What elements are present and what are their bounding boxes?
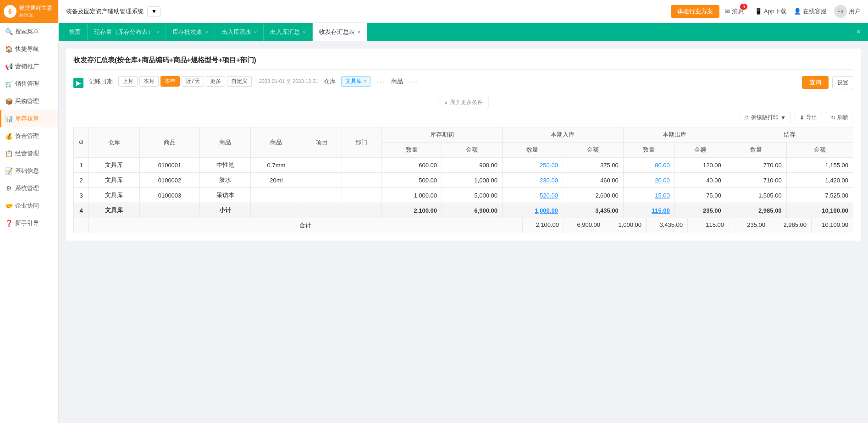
row-bal-amt: 1,420.00 bbox=[786, 173, 853, 188]
warehouse-more-dots[interactable]: ··· bbox=[376, 77, 386, 86]
row-spec: 0.7mm bbox=[251, 158, 302, 173]
app-download-action[interactable]: 📱 App下载 bbox=[755, 7, 786, 16]
purchase-icon: 📦 bbox=[5, 98, 12, 105]
col-code-header: 商品 bbox=[139, 127, 200, 158]
row-in-amt: 460.00 bbox=[563, 173, 623, 188]
row-in-amt: 375.00 bbox=[563, 158, 623, 173]
subtotal-name: 小计 bbox=[200, 203, 251, 218]
trial-button[interactable]: 体验行业方案 bbox=[671, 5, 719, 18]
tab-stock-dist[interactable]: 现存量（库存分布表） × bbox=[88, 23, 166, 41]
col-out-header: 本期出库 bbox=[623, 127, 726, 143]
warehouse-tag-close-button[interactable]: × bbox=[364, 79, 366, 84]
subtotal-row: 4 文具库 小计 2,100.00 6,900.00 1,000.00 3,43… bbox=[74, 203, 853, 218]
row-code: 0100003 bbox=[139, 188, 200, 203]
filter-row-date: 记账日期 上月 本月 本年 近7天 更多 自定义 2023-01-01 至 20… bbox=[89, 76, 796, 87]
sidebar-item-operation[interactable]: 📋 经营管理 bbox=[0, 145, 58, 162]
tab-close-batch[interactable]: × bbox=[205, 29, 208, 35]
user-action[interactable]: Ea 用户 bbox=[834, 5, 861, 18]
row-out-qty[interactable]: 80.00 bbox=[623, 158, 674, 173]
col-init-header: 库存期初 bbox=[381, 127, 503, 143]
tab-bar-close-button[interactable]: × bbox=[853, 28, 864, 36]
goods-more-dots[interactable]: ··· bbox=[409, 77, 418, 86]
refresh-icon: ↻ bbox=[831, 115, 835, 121]
shortcut-custom[interactable]: 自定义 bbox=[227, 76, 252, 87]
message-badge: 6 bbox=[740, 4, 747, 10]
inventory-icon: 📊 bbox=[5, 115, 12, 122]
filter-toggle-button[interactable]: ▶ bbox=[73, 78, 83, 88]
sidebar-item-marketing[interactable]: 📢 营销推广 bbox=[0, 58, 58, 75]
tab-batch[interactable]: 库存批次账 × bbox=[166, 23, 215, 41]
tab-close-stock-dist[interactable]: × bbox=[156, 29, 159, 35]
col-spec-header: 商品 bbox=[251, 127, 302, 158]
system-icon: ⚙ bbox=[5, 185, 12, 192]
tab-summary[interactable]: 出入库汇总 × bbox=[264, 23, 312, 41]
total-init-amt: 6,900.00 bbox=[564, 218, 605, 233]
sidebar-nav: 🔍 搜索菜单 🏠 快捷导航 📢 营销推广 🛒 销售管理 📦 采购管理 📊 库存核… bbox=[0, 23, 58, 423]
sidebar-item-sales[interactable]: 🛒 销售管理 bbox=[0, 75, 58, 93]
home-icon: 🏠 bbox=[5, 45, 12, 53]
subtotal-out-qty[interactable]: 115.00 bbox=[623, 203, 674, 218]
table-row: 1 文具库 0100001 中性笔 0.7mm 600.00 900.00 25… bbox=[74, 158, 853, 173]
subtotal-in-qty[interactable]: 1,000.00 bbox=[502, 203, 563, 218]
tab-close-flow[interactable]: × bbox=[254, 29, 257, 35]
query-button[interactable]: 查询 bbox=[802, 76, 829, 89]
sidebar-item-newbie[interactable]: ❓ 新手引导 bbox=[0, 214, 58, 232]
row-in-qty[interactable]: 520.00 bbox=[502, 188, 563, 203]
sidebar-item-enterprise[interactable]: 🤝 企业协同 bbox=[0, 197, 58, 214]
col-warehouse-header: 仓库 bbox=[89, 127, 140, 158]
enterprise-icon: 🤝 bbox=[5, 202, 12, 209]
warehouse-label: 仓库 bbox=[324, 77, 336, 86]
expand-more-button[interactable]: ∨ 展开更多条件 bbox=[438, 97, 489, 108]
header-title-area: 装备及固定资产辅助管理系统 ▼ bbox=[66, 6, 665, 16]
subtotal-init-qty: 2,100.00 bbox=[381, 203, 442, 218]
tab-close-recv-summary[interactable]: × bbox=[358, 29, 360, 35]
shortcut-last-month[interactable]: 上月 bbox=[118, 76, 138, 87]
col-bal-amt-header: 金额 bbox=[786, 143, 853, 158]
page-title: 收发存汇总表(按仓库+商品编码+商品+规格型号+项目+部门) bbox=[73, 56, 853, 70]
sidebar-logo: 6 畅捷通好生意 标准版 bbox=[0, 0, 58, 23]
sidebar-item-finance[interactable]: 💰 资金管理 bbox=[0, 127, 58, 145]
date-label: 记账日期 bbox=[89, 77, 113, 86]
sidebar-item-search[interactable]: 🔍 搜索菜单 bbox=[0, 23, 58, 40]
tab-recv-summary[interactable]: 收发存汇总表 × bbox=[313, 23, 367, 41]
sidebar-item-purchase[interactable]: 📦 采购管理 bbox=[0, 93, 58, 110]
print-button[interactable]: 🖨 拆镶版打印 ▼ bbox=[739, 112, 791, 123]
subtotal-spec bbox=[251, 203, 302, 218]
col-init-amt-header: 金额 bbox=[442, 143, 503, 158]
shortcut-this-month[interactable]: 本月 bbox=[139, 76, 159, 87]
refresh-button[interactable]: ↻ 刷新 bbox=[826, 112, 853, 123]
message-action[interactable]: ✉ 消息 6 bbox=[725, 7, 744, 16]
tab-flow[interactable]: 出入库流水 × bbox=[215, 23, 264, 41]
row-in-qty[interactable]: 230.00 bbox=[502, 173, 563, 188]
row-dept bbox=[342, 188, 381, 203]
export-button[interactable]: ⬇ 导出 bbox=[795, 112, 822, 123]
col-project-header: 项目 bbox=[302, 127, 342, 158]
shortcut-this-year[interactable]: 本年 bbox=[160, 76, 180, 87]
sidebar-item-quick[interactable]: 🏠 快捷导航 bbox=[0, 40, 58, 58]
shortcut-7days[interactable]: 近7天 bbox=[182, 76, 204, 87]
tab-close-summary[interactable]: × bbox=[303, 29, 305, 35]
table-total-row: 合计 2,100.00 6,900.00 1,000.00 3,435.00 1… bbox=[73, 218, 853, 233]
row-code: 0100001 bbox=[139, 158, 200, 173]
col-out-qty-header: 数量 bbox=[623, 143, 674, 158]
system-dropdown-button[interactable]: ▼ bbox=[147, 6, 161, 16]
tab-home[interactable]: 首页 bbox=[62, 23, 88, 41]
sidebar-item-basic[interactable]: 📝 基础信息 bbox=[0, 162, 58, 180]
settings-button[interactable]: 设置 bbox=[832, 76, 853, 89]
row-init-qty: 600.00 bbox=[381, 158, 442, 173]
sidebar-item-inventory[interactable]: 📊 库存核算 bbox=[0, 110, 58, 127]
row-dept bbox=[342, 158, 381, 173]
shortcut-more[interactable]: 更多 bbox=[206, 76, 225, 87]
col-in-amt-header: 金额 bbox=[563, 143, 623, 158]
row-out-qty[interactable]: 15.00 bbox=[623, 188, 674, 203]
online-service-action[interactable]: 👤 在线客服 bbox=[794, 7, 827, 16]
warehouse-tag[interactable]: 文具库 × bbox=[341, 76, 370, 87]
total-out-amt: 235.00 bbox=[729, 218, 770, 233]
row-in-qty[interactable]: 250.00 bbox=[502, 158, 563, 173]
main-area: 装备及固定资产辅助管理系统 ▼ 体验行业方案 ✉ 消息 6 📱 App下载 👤 … bbox=[59, 0, 868, 423]
sidebar-item-system[interactable]: ⚙ 系统管理 bbox=[0, 180, 58, 197]
row-out-qty[interactable]: 20.00 bbox=[623, 173, 674, 188]
row-bal-qty: 710.00 bbox=[726, 173, 786, 188]
subtotal-no: 4 bbox=[74, 203, 89, 218]
filter-actions: 查询 设置 bbox=[802, 76, 853, 89]
